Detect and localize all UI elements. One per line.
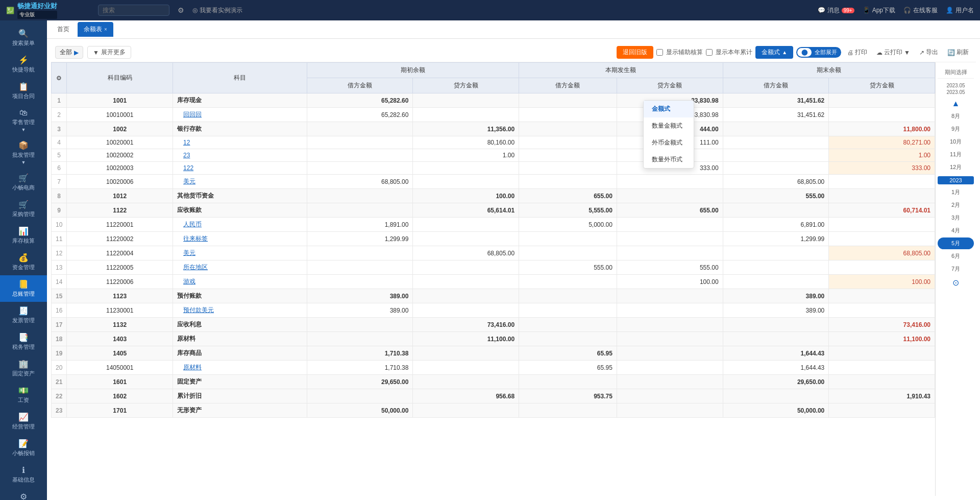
account-subject[interactable]: 应收利息 [173, 318, 307, 332]
opening-credit-header: 贷方金额 [413, 78, 519, 93]
expand-down-icon: ▼ [93, 49, 99, 56]
sidebar-item-operation[interactable]: 📈 经营管理 [0, 408, 47, 435]
account-subject[interactable]: 库存商品 [173, 346, 307, 361]
settings-icon[interactable]: ⚙ [178, 6, 184, 14]
account-subject[interactable]: 固定资产 [173, 375, 307, 389]
month-11[interactable]: 11月 [938, 149, 974, 160]
style-option-foreign-amount[interactable]: 外币金额式 [644, 134, 694, 151]
account-subject[interactable]: 美元 [173, 175, 307, 189]
sidebar-item-wholesale[interactable]: 📦 批发管理 ▼ [0, 136, 47, 169]
sidebar-item-project[interactable]: 📋 项目合同 [0, 78, 47, 104]
scroll-down-btn[interactable]: ⊙ [938, 276, 974, 290]
month-10[interactable]: 10月 [938, 136, 974, 148]
account-subject[interactable]: 银行存款 [173, 122, 307, 136]
account-subject[interactable]: 游戏 [173, 275, 307, 289]
download-icon: 📱 [863, 7, 870, 14]
sidebar-item-search[interactable]: 🔍 搜索菜单 [0, 25, 47, 51]
account-subject[interactable]: 原材料 [173, 332, 307, 346]
top-search-input[interactable] [98, 5, 169, 16]
account-subject[interactable]: 美元 [173, 246, 307, 260]
account-subject[interactable]: 人民币 [173, 218, 307, 232]
account-subject[interactable]: 23 [173, 149, 307, 162]
sidebar-item-tax[interactable]: 📑 税务管理 [0, 328, 47, 355]
style-option-qty-amount[interactable]: 数量金额式 [644, 117, 694, 134]
sidebar-item-purchase[interactable]: 🛒 采购管理 [0, 196, 47, 222]
message-btn[interactable]: 💬 消息 99+ [818, 6, 854, 15]
back-old-version-btn[interactable]: 退回旧版 [617, 46, 653, 59]
sidebar-item-salary[interactable]: 💵 工资 [0, 382, 47, 408]
sidebar-item-basic[interactable]: ℹ 基础信息 [0, 461, 47, 488]
opening-debit-cell [307, 162, 413, 175]
current-group-header: 本期发生额 [519, 63, 723, 78]
account-subject[interactable]: 应收账款 [173, 203, 307, 218]
tab-home[interactable]: 首页 [51, 22, 76, 37]
sidebar-item-fixedassets[interactable]: 🏢 固定资产 [0, 355, 47, 382]
tab-close-btn[interactable]: × [104, 27, 107, 32]
month-9[interactable]: 9月 [938, 123, 974, 135]
account-subject[interactable]: 其他货币资金 [173, 189, 307, 203]
sidebar-item-nav[interactable]: ⚡ 快捷导航 [0, 51, 47, 78]
right-panel: 期间选择 2023.05 2023.05 ▲ 8月 9月 10月 11月 12月… [935, 62, 976, 496]
closing-credit-cell: 1.00 [829, 149, 935, 162]
opening-credit-cell: 73,416.00 [413, 318, 519, 332]
month-5[interactable]: 5月 [938, 237, 974, 249]
top-bar-middle: ⚙ ◎ 我要看实例演示 [98, 5, 818, 16]
auxiliary-checkbox[interactable] [656, 49, 663, 56]
sidebar-item-inventory[interactable]: 📊 库存核算 [0, 222, 47, 249]
month-3[interactable]: 3月 [938, 212, 974, 224]
sidebar-item-fund[interactable]: 💰 资金管理 [0, 249, 47, 275]
month-2[interactable]: 2月 [938, 199, 974, 211]
scroll-up-btn[interactable]: ▲ [938, 97, 974, 110]
account-subject[interactable]: 累计折旧 [173, 389, 307, 403]
expand-all-toggle[interactable]: ⬤ 全部展开 [796, 47, 841, 58]
expand-more-btn[interactable]: ▼ 展开更多 [87, 46, 131, 59]
account-subject[interactable]: 往来标签 [173, 232, 307, 246]
breadcrumb-all[interactable]: 全部 ▶ [55, 46, 83, 59]
month-6[interactable]: 6月 [938, 250, 974, 262]
chevron-up-icon: ▲ [782, 50, 787, 55]
style-option-amount[interactable]: 金额式 [644, 101, 694, 117]
opening-credit-cell [413, 275, 519, 289]
account-subject[interactable]: 无形资产 [173, 403, 307, 418]
account-subject[interactable]: 预付款美元 [173, 303, 307, 318]
current-debit-cell [519, 93, 617, 108]
ytd-checkbox[interactable] [706, 49, 713, 56]
opening-debit-cell: 1,710.38 [307, 361, 413, 375]
sidebar-item-invoice[interactable]: 🧾 发票管理 [0, 302, 47, 328]
month-7[interactable]: 7月 [938, 263, 974, 275]
online-service-btn[interactable]: 🎧 在线客服 [903, 6, 938, 15]
account-subject[interactable]: 122 [173, 162, 307, 175]
app-download-btn[interactable]: 📱 App下载 [863, 6, 895, 15]
sidebar-item-system[interactable]: ⚙ 系统管理 [0, 488, 47, 500]
account-subject[interactable]: 库存现金 [173, 93, 307, 108]
opening-credit-cell: 11,356.00 [413, 122, 519, 136]
current-credit-cell [617, 361, 723, 375]
sidebar-item-ecommerce[interactable]: 🛒 小畅电商 [0, 169, 47, 196]
sidebar-item-ledger[interactable]: 📒 总账管理 [0, 275, 47, 302]
account-subject[interactable]: 12 [173, 136, 307, 149]
export-btn[interactable]: ↗ 导出 [916, 46, 941, 58]
account-subject[interactable]: 原材料 [173, 361, 307, 375]
refresh-btn[interactable]: 🔄 刷新 [944, 46, 972, 58]
print-btn[interactable]: 🖨 打印 [844, 46, 870, 58]
account-subject[interactable]: 所在地区 [173, 260, 307, 275]
style-option-qty-foreign[interactable]: 数量外币式 [644, 151, 694, 168]
month-8[interactable]: 8月 [938, 110, 974, 122]
demo-link[interactable]: ◎ 我要看实例演示 [192, 6, 242, 15]
year-2023[interactable]: 2023 [938, 176, 974, 184]
current-debit-cell [519, 318, 617, 332]
month-12[interactable]: 12月 [938, 161, 974, 173]
account-subject[interactable]: 预付账款 [173, 289, 307, 303]
cloud-print-btn[interactable]: ☁ 云打印 ▼ [873, 46, 913, 58]
month-4[interactable]: 4月 [938, 225, 974, 236]
sidebar-item-retail[interactable]: 🛍 零售管理 ▼ [0, 104, 47, 136]
user-avatar[interactable]: 👤 用户名 [946, 6, 974, 15]
month-1[interactable]: 1月 [938, 186, 974, 198]
tab-balance[interactable]: 余额表 × [78, 22, 113, 37]
style-dropdown-btn[interactable]: 金额式 ▲ [755, 46, 793, 59]
table-wrapper[interactable]: ⚙ 科目编码 科目 期初余额 本期发生额 期末余额 借方金额 贷方金额 借方金额 [51, 62, 935, 496]
account-subject[interactable]: 回回回 [173, 108, 307, 122]
current-debit-cell [519, 136, 617, 149]
settings-col-header[interactable]: ⚙ [52, 63, 67, 93]
sidebar-item-expense[interactable]: 📝 小畅报销 [0, 435, 47, 461]
